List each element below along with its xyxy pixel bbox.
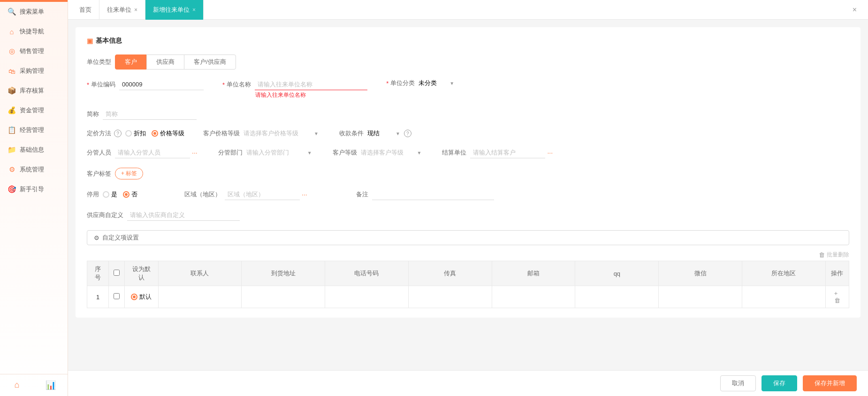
cell-region[interactable]: [742, 286, 826, 308]
batch-delete-label[interactable]: 批量删除: [827, 251, 849, 259]
add-tag-button[interactable]: + 标签: [115, 168, 143, 179]
sidebar-item-label: 经营管理: [20, 126, 44, 134]
unit-name-field: * 单位名称 请输入往来单位名称: [222, 79, 367, 99]
tab-new-partner[interactable]: 新增往来单位 ×: [145, 0, 204, 20]
row-checkbox[interactable]: [114, 293, 120, 299]
pricing-radio-group: 折扣 价格等级: [125, 129, 184, 138]
sidebar-item-finance[interactable]: 💰 资金管理: [0, 101, 68, 120]
fax-input[interactable]: [413, 294, 487, 301]
unit-category-value: 未分类: [419, 79, 456, 87]
payment-terms-field: 收款条件 现结 ▼ ?: [339, 129, 411, 138]
unit-code-input[interactable]: [119, 79, 204, 90]
region-input[interactable]: [225, 189, 300, 200]
sidebar-item-search[interactable]: 🔍 搜索菜单: [0, 2, 68, 22]
customer-level-select-wrapper[interactable]: 请选择客户等级 ▼: [361, 148, 424, 157]
save-button[interactable]: 保存: [761, 375, 797, 391]
short-name-input[interactable]: [103, 109, 197, 120]
customer-level-label: 客户等级: [333, 148, 357, 157]
remarks-input[interactable]: [372, 189, 494, 200]
disabled-yes-circle: [103, 191, 109, 198]
sidebar-item-basics[interactable]: 📁 基础信息: [0, 140, 68, 160]
region-ellipsis[interactable]: ···: [300, 191, 309, 198]
supplier-custom-input[interactable]: [127, 210, 240, 221]
sidebar-item-system[interactable]: ⚙ 系统管理: [0, 160, 68, 179]
cell-wechat[interactable]: [659, 286, 742, 308]
contact-input[interactable]: [163, 294, 237, 301]
add-row-btn[interactable]: +: [834, 290, 838, 297]
cell-contact[interactable]: [158, 286, 242, 308]
disabled-label: 停用: [87, 190, 99, 199]
add-tag-label: + 标签: [121, 170, 137, 178]
sidebar-bottom-home[interactable]: ⌂: [0, 374, 34, 396]
phone-input[interactable]: [330, 294, 404, 301]
region-table-input[interactable]: [747, 294, 821, 301]
email-input[interactable]: [497, 294, 571, 301]
custom-settings-label: 自定义项设置: [102, 233, 139, 242]
manager-field: 分管人员 ···: [87, 147, 199, 158]
sidebar-item-inventory[interactable]: 📦 库存核算: [0, 81, 68, 101]
supplier-custom-field: 供应商自定义: [87, 210, 240, 221]
qq-input[interactable]: [580, 294, 654, 301]
department-select-wrapper[interactable]: 请输入分管部门 ▼: [246, 148, 314, 157]
cell-address[interactable]: [242, 286, 325, 308]
pricing-help-icon[interactable]: ?: [114, 130, 122, 137]
delete-row-btn[interactable]: 🗑: [834, 297, 840, 304]
customer-level-placeholder: 请选择客户等级: [361, 148, 417, 157]
customer-level-chevron: ▼: [417, 150, 422, 155]
tab-home[interactable]: 首页: [72, 0, 99, 20]
tab-partners-close[interactable]: ×: [134, 7, 137, 13]
payment-terms-select-wrapper[interactable]: 现结 ▼: [367, 129, 402, 138]
tab-home-label: 首页: [79, 6, 91, 14]
disabled-no-circle: [123, 191, 129, 198]
window-close-button[interactable]: ×: [845, 6, 864, 14]
sidebar-item-operations[interactable]: 📋 经营管理: [0, 120, 68, 140]
select-all-checkbox[interactable]: [114, 270, 120, 276]
sidebar-item-quick-nav[interactable]: ⌂ 快捷导航: [0, 22, 68, 41]
type-btn-supplier[interactable]: 供应商: [146, 54, 184, 70]
department-placeholder: 请输入分管部门: [246, 148, 307, 157]
customer-price-select-wrapper[interactable]: 请选择客户价格等级 ▼: [244, 129, 320, 138]
manager-input[interactable]: [115, 147, 190, 158]
sidebar-item-sales[interactable]: ◎ 销售管理: [0, 41, 68, 61]
customer-price-level-label: 客户价格等级: [203, 129, 240, 138]
payment-help-icon[interactable]: ?: [404, 130, 411, 137]
tab-partners[interactable]: 往来单位 ×: [99, 0, 145, 20]
sidebar-bottom-stats[interactable]: 📊: [34, 374, 68, 396]
unit-name-input[interactable]: [255, 79, 367, 90]
tab-new-partner-label: 新增往来单位: [153, 6, 190, 14]
sidebar-item-purchase[interactable]: 🛍 采购管理: [0, 61, 68, 81]
cell-fax[interactable]: [408, 286, 492, 308]
short-name-row: 简称: [87, 109, 849, 120]
sidebar-bottom: ⌂ 📊: [0, 374, 68, 396]
cell-email[interactable]: [492, 286, 575, 308]
wechat-input[interactable]: [663, 294, 737, 301]
pricing-radio-level[interactable]: 价格等级: [152, 129, 184, 138]
address-input[interactable]: [246, 294, 320, 301]
type-btn-customer[interactable]: 客户: [115, 54, 147, 70]
disabled-no[interactable]: 否: [123, 190, 137, 199]
custom-settings-button[interactable]: ⚙ 自定义项设置: [87, 230, 849, 245]
purchase-icon: 🛍: [8, 67, 16, 75]
cell-phone[interactable]: [325, 286, 409, 308]
disabled-yes[interactable]: 是: [103, 190, 117, 199]
tab-new-partner-close[interactable]: ×: [192, 7, 196, 13]
search-icon: 🔍: [8, 8, 16, 16]
pricing-radio-discount[interactable]: 折扣: [125, 129, 146, 138]
sidebar-item-guide[interactable]: 🎯 新手引导: [0, 179, 68, 199]
settlement-unit-label: 结算单位: [442, 148, 466, 157]
cancel-button[interactable]: 取消: [720, 375, 756, 391]
batch-delete-icon: 🗑: [819, 251, 825, 258]
default-radio[interactable]: 默认: [129, 293, 153, 301]
section-title: ▣ 基本信息: [87, 37, 849, 45]
save-and-new-button[interactable]: 保存并新增: [803, 375, 857, 391]
cell-qq[interactable]: [575, 286, 659, 308]
unit-name-error: 请输入往来单位名称: [255, 91, 306, 99]
customer-price-placeholder: 请选择客户价格等级: [244, 129, 314, 138]
manager-ellipsis[interactable]: ···: [190, 149, 199, 156]
unit-info-row: * 单位编码 * 单位名称 请输入往来单位名称: [87, 79, 849, 99]
tab-partners-label: 往来单位: [107, 6, 131, 14]
settlement-unit-ellipsis[interactable]: ···: [545, 149, 555, 156]
settlement-unit-field: 结算单位 ···: [442, 147, 555, 158]
type-btn-both[interactable]: 客户/供应商: [184, 54, 236, 70]
settlement-unit-input[interactable]: [470, 147, 545, 158]
